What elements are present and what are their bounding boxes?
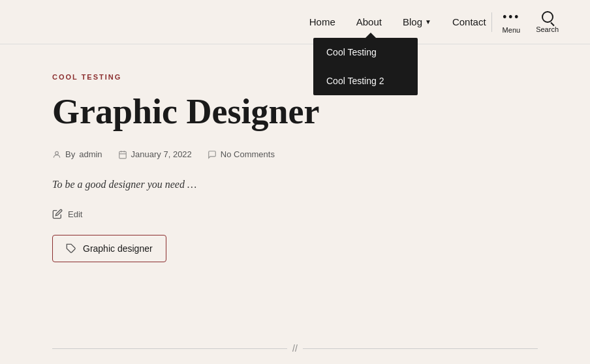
comments-count: No Comments — [221, 149, 275, 159]
nav-about[interactable]: About — [356, 16, 382, 27]
footer-line-left — [52, 348, 287, 349]
comments-meta: No Comments — [208, 149, 275, 159]
svg-rect-1 — [119, 151, 126, 159]
date-meta: January 7, 2022 — [118, 149, 192, 159]
menu-button[interactable]: ••• Menu — [497, 8, 526, 37]
svg-point-0 — [55, 151, 59, 155]
tag-icon — [66, 243, 76, 254]
edit-label: Edit — [68, 209, 82, 219]
nav-blog-label: Blog — [403, 16, 422, 27]
footer-slash: // — [292, 343, 298, 354]
author-name: admin — [79, 149, 102, 159]
nav-home[interactable]: Home — [309, 16, 335, 27]
site-header: Home About Blog ▼ Contact ••• Menu Searc… — [0, 0, 590, 44]
nav-divider — [491, 12, 492, 32]
blog-dropdown: Cool Testing Cool Testing 2 — [313, 38, 418, 95]
post-meta: By admin January 7, 2022 No Comments — [52, 149, 457, 159]
edit-link[interactable]: Edit — [52, 209, 457, 219]
post-excerpt: To be a good designer you need … — [52, 179, 457, 190]
tag-label: Graphic designer — [83, 243, 153, 254]
main-content: COOL TESTING Graphic Designer By admin J… — [0, 44, 509, 288]
nav-blog[interactable]: Blog ▼ — [403, 16, 431, 27]
search-label: Search — [536, 25, 559, 33]
post-title: Graphic Designer — [52, 93, 457, 131]
tag-box[interactable]: Graphic designer — [52, 235, 166, 262]
footer-line-right — [303, 348, 538, 349]
search-icon — [542, 11, 553, 23]
nav-contact[interactable]: Contact — [452, 16, 486, 27]
main-nav: Home About Blog ▼ Contact — [309, 16, 486, 27]
dropdown-item-cool-testing[interactable]: Cool Testing — [313, 38, 418, 67]
calendar-icon — [118, 150, 127, 159]
author-meta: By admin — [52, 149, 102, 159]
comment-icon — [208, 150, 217, 159]
author-icon — [52, 150, 61, 159]
search-button[interactable]: Search — [531, 8, 564, 36]
menu-label: Menu — [503, 26, 521, 34]
edit-icon — [52, 209, 63, 219]
ellipsis-icon: ••• — [503, 10, 520, 23]
category-label[interactable]: COOL TESTING — [52, 73, 121, 81]
dropdown-item-cool-testing-2[interactable]: Cool Testing 2 — [313, 67, 418, 95]
author-prefix: By — [65, 149, 75, 159]
footer-separator: // — [52, 343, 538, 354]
chevron-down-icon: ▼ — [425, 18, 431, 25]
post-date: January 7, 2022 — [131, 149, 192, 159]
